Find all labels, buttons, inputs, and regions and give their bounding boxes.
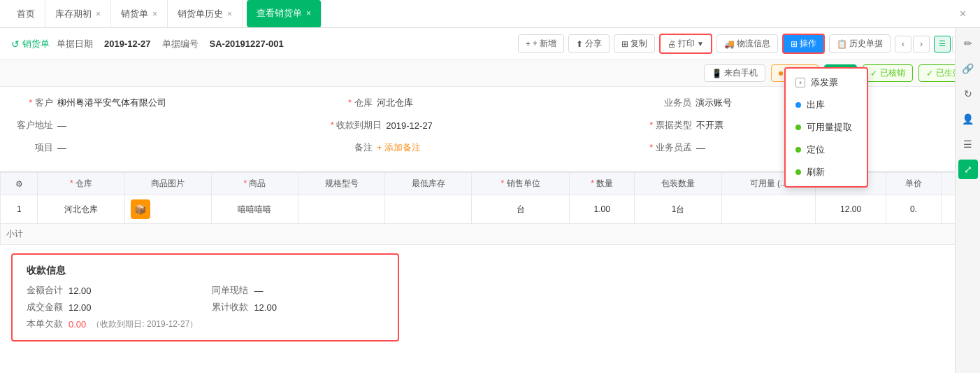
sold-badge[interactable]: ✓ 已核销 xyxy=(863,64,913,82)
tab-sales-history-label: 销货单历史 xyxy=(178,8,223,20)
product-image: 📦 xyxy=(131,199,150,219)
operations-label: 操作 xyxy=(800,38,816,50)
cell-product-img: 📦 xyxy=(124,195,211,224)
tab-inventory-init[interactable]: 库存期初 × xyxy=(45,0,111,27)
operations-button[interactable]: ⊞ 操作 xyxy=(782,34,825,54)
doc-meta: 单据日期 2019-12-27 单据编号 SA-20191227-001 xyxy=(57,38,284,50)
payment-date-field: 收款到期日 2019-12-27 xyxy=(331,119,650,132)
cell-available xyxy=(721,195,815,224)
remark-add-button[interactable]: + 添加备注 xyxy=(377,140,421,155)
cell-product: 嘻嘻嘻嘻 xyxy=(211,195,298,224)
doc-header: ↺ 销货单 单据日期 2019-12-27 单据编号 SA-20191227-0… xyxy=(0,28,980,60)
project-value: — xyxy=(57,141,66,155)
dropdown-add-invoice[interactable]: + 添发票 xyxy=(786,71,867,94)
dropdown-available-qty[interactable]: 可用量提取 xyxy=(786,116,867,139)
same-order-settle-value: — xyxy=(254,286,263,296)
col-pack-qty: 包装数量 xyxy=(635,173,721,195)
col-warehouse: 仓库 xyxy=(38,173,124,195)
new-button[interactable]: + + 新增 xyxy=(518,34,564,53)
cell-stock: 12.00 xyxy=(816,195,886,224)
history-label: 历史单据 xyxy=(849,38,883,50)
available-qty-dot xyxy=(795,125,801,130)
locate-dot xyxy=(795,147,801,153)
sidebar-link-icon[interactable]: 🔗 xyxy=(958,59,978,78)
tab-sales-order-close[interactable]: × xyxy=(152,9,157,19)
tab-home[interactable]: 首页 xyxy=(7,0,45,27)
col-unit-price: 单价 xyxy=(886,173,941,195)
col-sales-unit: 销售单位 xyxy=(472,173,569,195)
sidebar-list-icon[interactable]: ☰ xyxy=(958,134,978,154)
col-settings[interactable]: ⚙ xyxy=(1,173,38,195)
print-icon: 🖨 xyxy=(668,39,676,49)
next-arrow[interactable]: › xyxy=(913,36,930,52)
warehouse-label: 仓库 xyxy=(331,97,373,109)
prev-arrow[interactable]: ‹ xyxy=(895,36,911,52)
new-icon: + xyxy=(526,39,531,49)
history-button[interactable]: 📋 历史单据 xyxy=(829,34,891,53)
salesperson-value: 演示账号 xyxy=(696,95,732,111)
cell-pack-qty: 1台 xyxy=(635,195,721,224)
copy-button[interactable]: ⊞ 复制 xyxy=(614,34,655,53)
invoice-type-label: 票据类型 xyxy=(649,119,692,132)
close-all-button[interactable]: × xyxy=(953,8,973,20)
tab-sales-history-close[interactable]: × xyxy=(227,9,232,19)
operations-icon: ⊞ xyxy=(791,39,798,49)
cell-min-stock xyxy=(385,195,472,224)
address-value: — xyxy=(57,119,66,132)
operations-dropdown: + 添发票 出库 可用量提取 定位 刷新 xyxy=(784,67,868,188)
warehouse-field: 仓库 河北仓库 xyxy=(331,95,650,111)
tab-inventory-init-close[interactable]: × xyxy=(96,9,101,19)
tab-sales-order-label: 销货单 xyxy=(121,8,148,20)
sold-icon: ✓ xyxy=(870,69,877,78)
col-min-stock: 最低库存 xyxy=(385,173,472,195)
same-order-settle-item: 同单现结 — xyxy=(212,284,383,297)
tab-sales-order[interactable]: 销货单 × xyxy=(111,0,168,27)
doc-number-label: 单据编号 xyxy=(162,38,199,50)
invoice-type-value: 不开票 xyxy=(696,118,723,133)
logistics-button[interactable]: 🚚 物流信息 xyxy=(716,34,778,53)
summary-section: 收款信息 金额合计 12.00 同单现结 — 成交金额 12.00 累计收款 1… xyxy=(0,245,980,357)
dropdown-locate[interactable]: 定位 xyxy=(786,139,867,161)
dropdown-refresh[interactable]: 刷新 xyxy=(786,161,867,183)
current-owed-item: 本单欠款 0.00 （收款到期日: 2019-12-27） xyxy=(27,318,198,330)
tab-home-label: 首页 xyxy=(17,8,35,20)
transaction-amount-value: 12.00 xyxy=(69,302,92,313)
toolbar: + + 新增 ⬆ 分享 ⊞ 复制 🖨 打印 ▼ 🚚 物流信息 ⊞ xyxy=(518,34,969,54)
tab-view-sales[interactable]: 查看销货单 × xyxy=(247,0,322,27)
add-invoice-icon: + xyxy=(795,78,805,87)
history-icon: 📋 xyxy=(837,39,847,49)
outbound-dot xyxy=(795,102,801,108)
sidebar-edit-icon[interactable]: ✏ xyxy=(958,34,978,53)
sidebar-person-icon[interactable]: 👤 xyxy=(958,109,978,129)
list-view-button[interactable]: ☰ xyxy=(934,36,951,52)
available-qty-label: 可用量提取 xyxy=(807,121,852,134)
transaction-amount-item: 成交金额 12.00 xyxy=(27,301,198,314)
print-button[interactable]: 🖨 打印 ▼ xyxy=(659,34,712,54)
address-label: 客户地址 xyxy=(11,119,53,132)
summary-grid: 金额合计 12.00 同单现结 — 成交金额 12.00 累计收款 12.00 … xyxy=(27,284,384,330)
sidebar-expand-icon[interactable]: ⤢ xyxy=(958,160,978,179)
project-field: 项目 — xyxy=(11,141,331,155)
outbound-label: 出库 xyxy=(807,99,825,111)
current-owed-hint: （收款到期日: 2019-12-27） xyxy=(92,318,198,330)
from-phone-button[interactable]: 📱 来自手机 xyxy=(704,64,765,82)
summary-title: 收款信息 xyxy=(27,265,384,277)
doc-date-value: 2019-12-27 xyxy=(104,38,151,49)
sidebar-rotate-icon[interactable]: ↻ xyxy=(958,84,978,104)
add-invoice-label: 添发票 xyxy=(811,76,838,89)
cumulative-receipt-label: 累计收款 xyxy=(212,301,248,314)
share-button[interactable]: ⬆ 分享 xyxy=(568,34,610,53)
logistics-label: 物流信息 xyxy=(737,38,770,50)
doc-title-area: ↺ 销货单 单据日期 2019-12-27 单据编号 SA-20191227-0… xyxy=(11,38,512,50)
dropdown-outbound[interactable]: 出库 xyxy=(786,94,867,116)
current-owed-value: 0.00 xyxy=(69,319,86,330)
total-amount-label: 金额合计 xyxy=(27,284,63,297)
project-label: 项目 xyxy=(11,141,53,154)
same-order-settle-label: 同单现结 xyxy=(212,284,248,297)
warehouse-value: 河北仓库 xyxy=(377,95,413,111)
tab-view-sales-close[interactable]: × xyxy=(306,8,311,18)
col-spec: 规格型号 xyxy=(298,173,385,195)
tab-sales-history[interactable]: 销货单历史 × xyxy=(168,0,243,27)
locate-label: 定位 xyxy=(807,143,825,156)
logistics-icon: 🚚 xyxy=(724,39,735,49)
